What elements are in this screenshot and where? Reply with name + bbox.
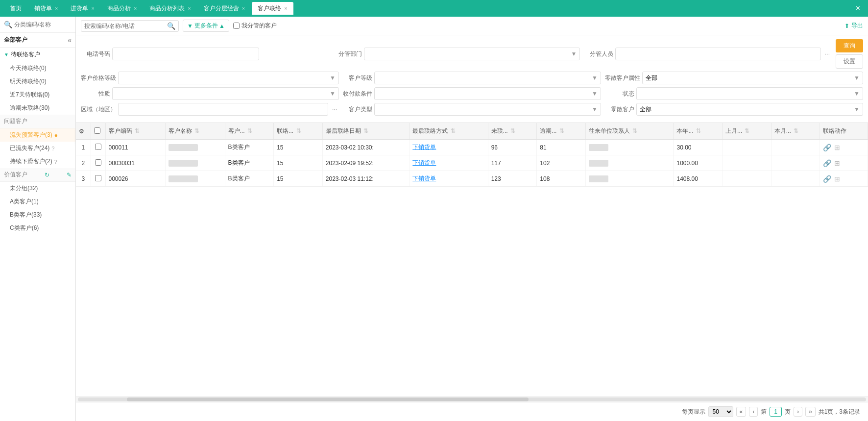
tab-purchase[interactable]: 进货单 ×: [65, 2, 100, 15]
more-filter-button[interactable]: ▼ 更多条件 ▲: [183, 20, 229, 32]
th-current-year[interactable]: 本年... ⇅: [674, 123, 723, 140]
pending-contact-group[interactable]: ▼ 待联络客户: [0, 48, 75, 62]
sidebar-search-input[interactable]: [14, 21, 72, 28]
area-select[interactable]: [118, 103, 328, 116]
per-page-select[interactable]: 50 20 100: [708, 406, 733, 417]
my-customers-checkbox[interactable]: [233, 23, 240, 29]
row-checkbox[interactable]: [95, 144, 101, 150]
tab-product-analysis[interactable]: 商品分析 ×: [101, 2, 143, 15]
dept-select[interactable]: ▼: [364, 48, 580, 60]
customer-type-select[interactable]: ▼: [374, 103, 601, 116]
last-page-btn[interactable]: »: [805, 407, 816, 417]
sidebar-item-unclassified[interactable]: 未分组(32): [0, 182, 75, 195]
close-all-tabs[interactable]: ×: [852, 4, 864, 13]
tab-customer-contact[interactable]: 客户联络 ×: [252, 2, 293, 15]
sidebar-item-class-a[interactable]: A类客户(1): [0, 195, 75, 208]
sidebar-collapse-btn[interactable]: «: [68, 36, 72, 44]
th-name[interactable]: 客户名称 ⇅: [165, 123, 225, 140]
th-not-contacted[interactable]: 未联... ⇅: [488, 123, 537, 140]
filter-person: 分管人员 ···: [584, 48, 832, 60]
value-group-refresh[interactable]: ↻: [45, 172, 49, 178]
first-page-btn[interactable]: «: [736, 407, 747, 417]
type-sort-icon: ⇅: [247, 127, 252, 134]
close-product-list-tab[interactable]: ×: [188, 5, 191, 11]
row-checkbox-cell[interactable]: [91, 171, 105, 187]
area-more[interactable]: ···: [330, 106, 339, 113]
row-checkbox-cell[interactable]: [91, 140, 105, 155]
payment-select[interactable]: ▼: [374, 87, 601, 100]
last-contact-link[interactable]: 下销货单: [412, 175, 436, 182]
tab-sales[interactable]: 销货单 ×: [28, 2, 64, 15]
price-level-select[interactable]: ▼: [118, 72, 339, 84]
search-input[interactable]: [84, 23, 165, 29]
th-action: 联络动作: [820, 123, 868, 140]
tab-home[interactable]: 首页: [4, 2, 27, 15]
contact-action-icon[interactable]: 🔗: [823, 159, 831, 167]
th-this-month[interactable]: 本月... ⇅: [771, 123, 820, 140]
contact-action-icon[interactable]: 🔗: [823, 175, 831, 183]
th-customer-type[interactable]: 客户... ⇅: [225, 123, 274, 140]
scrollbar-thumb[interactable]: [127, 397, 529, 401]
th-last-contact-date[interactable]: 最后联络日期 ⇅: [322, 123, 410, 140]
row-num: 2: [76, 155, 91, 171]
person-more[interactable]: ···: [823, 50, 832, 57]
filter-zero-customer: 零散客户 全部 ▼: [605, 103, 863, 116]
sidebar-item-potential-churn[interactable]: 持续下滑客户(2) ?: [0, 155, 75, 168]
th-code[interactable]: 客户编码 ⇅: [105, 123, 165, 140]
settings-button[interactable]: 设置: [836, 54, 863, 69]
zero-customer-select[interactable]: 全部 ▼: [636, 103, 863, 116]
sidebar-item-class-c[interactable]: C类客户(6): [0, 222, 75, 235]
last-contact-link[interactable]: 下销货单: [412, 144, 436, 150]
export-button[interactable]: ⬆ 导出: [844, 22, 863, 30]
sidebar-item-overdue[interactable]: 逾期未联络(30): [0, 101, 75, 115]
th-last-month[interactable]: 上月... ⇅: [723, 123, 772, 140]
sidebar-item-today[interactable]: 今天待联络(0): [0, 62, 75, 75]
th-checkbox[interactable]: [91, 123, 105, 140]
th-contact[interactable]: 联络... ⇅: [274, 123, 323, 140]
date-sort-icon: ⇅: [363, 127, 368, 134]
th-settings[interactable]: ⚙: [76, 123, 91, 140]
row-checkbox[interactable]: [95, 159, 101, 166]
gender-select[interactable]: ▼: [112, 87, 339, 100]
sidebar-item-class-b[interactable]: B类客户(33): [0, 208, 75, 222]
value-group-edit[interactable]: ✎: [67, 172, 72, 178]
select-all-checkbox[interactable]: [94, 127, 100, 134]
phone-input[interactable]: [112, 48, 259, 60]
more-action-icon[interactable]: ⊞: [834, 175, 840, 183]
close-sales-tab[interactable]: ×: [55, 5, 58, 11]
zero-attr-select[interactable]: 全部 ▼: [642, 72, 863, 84]
next-page-btn[interactable]: ›: [794, 407, 802, 417]
close-customer-contact-tab[interactable]: ×: [284, 5, 287, 11]
prev-page-btn[interactable]: ‹: [749, 407, 758, 417]
sidebar-item-churn-warning[interactable]: 流失预警客户(3) ●: [0, 128, 75, 142]
tab-customer-layer[interactable]: 客户分层经营 ×: [198, 2, 251, 15]
customer-level-select[interactable]: ▼: [374, 72, 601, 84]
tab-product-list[interactable]: 商品分析列表 ×: [144, 2, 196, 15]
row-checkbox-cell[interactable]: [91, 155, 105, 171]
total-info: 共1页，3条记录: [819, 408, 860, 416]
last-contact-link[interactable]: 下销货单: [412, 159, 436, 166]
close-customer-layer-tab[interactable]: ×: [242, 5, 245, 11]
contact-action-icon[interactable]: 🔗: [823, 144, 831, 151]
more-action-icon[interactable]: ⊞: [834, 159, 840, 167]
search-button[interactable]: 🔍: [167, 22, 175, 30]
close-product-analysis-tab[interactable]: ×: [134, 5, 137, 11]
more-action-icon[interactable]: ⊞: [834, 144, 840, 151]
th-contact-person[interactable]: 往来单位联系人 ⇅: [585, 123, 674, 140]
overdue-days: 108: [537, 171, 586, 187]
horizontal-scrollbar[interactable]: [76, 396, 868, 402]
row-checkbox[interactable]: [95, 175, 101, 181]
status-select[interactable]: ▼: [636, 87, 863, 100]
close-purchase-tab[interactable]: ×: [91, 5, 94, 11]
table-body: 1 000011 ■■■■ B类客户 15 2023-03-02 10:30: …: [76, 140, 868, 187]
sidebar-item-already-churn[interactable]: 已流失客户(24) ?: [0, 142, 75, 155]
sidebar-item-week[interactable]: 近7天待联络(0): [0, 88, 75, 101]
query-button[interactable]: 查询: [836, 39, 863, 52]
filter-area: 区域（地区） ···: [81, 103, 339, 116]
th-overdue[interactable]: 逾期... ⇅: [537, 123, 586, 140]
th-last-contact-method[interactable]: 最后联络方式 ⇅: [410, 123, 488, 140]
my-customers-filter[interactable]: 我分管的客户: [233, 22, 277, 30]
person-select[interactable]: [615, 48, 821, 60]
sidebar-item-tomorrow[interactable]: 明天待联络(0): [0, 75, 75, 88]
row-num: 1: [76, 140, 91, 155]
